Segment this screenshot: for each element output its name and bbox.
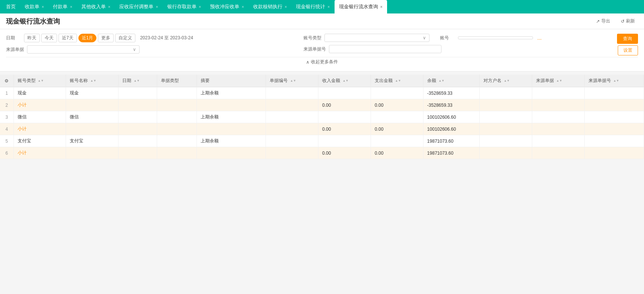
query-button[interactable]: 查询 — [617, 34, 638, 44]
col-summary[interactable]: 摘要 — [197, 75, 266, 87]
account-select[interactable] — [458, 36, 533, 39]
table-cell: 小计 — [14, 147, 66, 159]
table-cell: 0.00 — [318, 123, 371, 135]
export-button[interactable]: ↗ 导出 — [593, 16, 613, 26]
table-cell — [157, 123, 197, 135]
setting-button[interactable]: 设置 — [618, 45, 638, 55]
table-row: 6小计0.000.0019871073.60 — [0, 147, 644, 159]
table-cell: 100102606.60 — [423, 111, 479, 123]
date-yesterday[interactable]: 昨天 — [24, 34, 40, 42]
collapse-bar[interactable]: ∧ 收起更多条件 — [6, 57, 638, 67]
table-row: 2小计0.000.00-3528659.33 — [0, 99, 644, 111]
table-cell: 0.00 — [371, 123, 423, 135]
date-7days[interactable]: 近7天 — [59, 34, 77, 42]
table-cell — [532, 123, 584, 135]
table-cell: 上期余额 — [197, 135, 266, 147]
close-icon[interactable]: × — [70, 4, 72, 9]
nav-advance[interactable]: 预收冲应收单 × — [206, 0, 248, 13]
table-cell: 6 — [0, 147, 14, 159]
table-cell — [479, 111, 532, 123]
nav-bank-deposit[interactable]: 银行存取款单 × — [163, 0, 206, 13]
col-income[interactable]: 收入金额 ▲▼ — [318, 75, 371, 87]
table-cell: 支付宝 — [14, 135, 66, 147]
nav-adjustment[interactable]: 应收应付调整单 × — [115, 0, 162, 13]
nav-receipt[interactable]: 收款单 × — [20, 0, 48, 13]
export-icon: ↗ — [596, 19, 600, 24]
nav-cash-stats[interactable]: 现金银行统计 × — [291, 0, 334, 13]
nav-cash-flow[interactable]: 现金银行流水查询 × — [335, 0, 387, 13]
page-title: 现金银行流水查询 — [6, 17, 60, 26]
source-doc-select[interactable]: ∨ — [27, 45, 140, 54]
close-icon[interactable]: × — [327, 4, 330, 9]
table-header-row: ⚙ 账号类型 ▲▼ 账号名称 ▲▼ 日期 ▲▼ 单据类型 摘要 单据编号 ▲▼ … — [0, 75, 644, 87]
table-cell: 4 — [0, 123, 14, 135]
table-cell — [66, 123, 119, 135]
nav-payment[interactable]: 付款单 × — [48, 0, 77, 13]
account-type-label: 账号类型 — [303, 35, 321, 41]
col-source-doc-no[interactable]: 来源单据号 ▲▼ — [584, 75, 644, 87]
table-cell — [119, 135, 157, 147]
account-type-select[interactable]: ∨ — [324, 34, 429, 42]
col-doc-no[interactable]: 单据编号 ▲▼ — [266, 75, 318, 87]
table-cell — [532, 111, 584, 123]
col-counterpart[interactable]: 对方户名 ▲▼ — [479, 75, 532, 87]
col-expense[interactable]: 支出金额 ▲▼ — [371, 75, 423, 87]
col-account-name[interactable]: 账号名称 ▲▼ — [66, 75, 119, 87]
close-icon[interactable]: × — [242, 4, 244, 9]
close-icon[interactable]: × — [42, 4, 44, 9]
table-cell — [532, 99, 584, 111]
table-cell — [479, 123, 532, 135]
close-icon[interactable]: × — [156, 4, 158, 9]
date-1month[interactable]: 近1月 — [78, 34, 97, 42]
table-cell — [266, 111, 318, 123]
sort-icon: ▲▼ — [90, 79, 96, 82]
col-date[interactable]: 日期 ▲▼ — [119, 75, 157, 87]
close-icon[interactable]: × — [285, 4, 287, 9]
date-buttons: 昨天 今天 近7天 近1月 更多 自定义 — [24, 34, 135, 42]
col-account-type[interactable]: 账号类型 ▲▼ — [14, 75, 66, 87]
sort-icon: ▲▼ — [38, 79, 44, 82]
sort-icon: ▲▼ — [342, 79, 348, 82]
table-cell — [371, 135, 423, 147]
date-more[interactable]: 更多 — [98, 34, 114, 42]
table-cell — [318, 87, 371, 99]
sort-icon: ▲▼ — [134, 79, 140, 82]
date-custom[interactable]: 自定义 — [115, 34, 135, 42]
table-cell: 0.00 — [318, 147, 371, 159]
table-cell — [119, 87, 157, 99]
sort-icon: ▲▼ — [290, 79, 296, 82]
refresh-button[interactable]: ↺ 刷新 — [618, 16, 638, 26]
col-source-doc[interactable]: 来源单据 ▲▼ — [532, 75, 584, 87]
table-cell — [584, 111, 644, 123]
account-ellipsis[interactable]: ... — [536, 35, 543, 41]
source-doc-no-input[interactable] — [329, 45, 441, 53]
table-cell — [584, 87, 644, 99]
table-cell — [197, 147, 266, 159]
table-cell: 微信 — [66, 111, 119, 123]
table-row: 3微信微信上期余额100102606.60 — [0, 111, 644, 123]
header-actions: ↗ 导出 ↺ 刷新 — [593, 16, 638, 26]
col-balance[interactable]: 余额 ▲▼ — [423, 75, 479, 87]
table-body: 1现金现金上期余额-3528659.332小计0.000.00-3528659.… — [0, 87, 644, 159]
table-cell — [266, 135, 318, 147]
nav-other-income[interactable]: 其他收入单 × — [77, 0, 115, 13]
sort-icon: ▲▼ — [613, 79, 619, 82]
table-cell — [318, 111, 371, 123]
close-icon[interactable]: × — [380, 4, 383, 9]
close-icon[interactable]: × — [108, 4, 110, 9]
table-cell — [584, 135, 644, 147]
date-range: 2023-02-24 至 2023-03-24 — [140, 35, 193, 41]
nav-home[interactable]: 首页 — [2, 0, 20, 13]
table-cell: 1 — [0, 87, 14, 99]
page-header: 现金银行流水查询 ↗ 导出 ↺ 刷新 — [0, 13, 644, 29]
table-cell: 小计 — [14, 123, 66, 135]
col-doc-type[interactable]: 单据类型 — [157, 75, 197, 87]
refresh-icon: ↺ — [621, 19, 624, 24]
close-icon[interactable]: × — [199, 4, 201, 9]
table-cell: 上期余额 — [197, 87, 266, 99]
table-cell: 微信 — [14, 111, 66, 123]
nav-collection[interactable]: 收款核销执行 × — [249, 0, 291, 13]
table-row: 5支付宝支付宝上期余额19871073.60 — [0, 135, 644, 147]
date-today[interactable]: 今天 — [41, 34, 57, 42]
col-gear[interactable]: ⚙ — [0, 75, 14, 87]
